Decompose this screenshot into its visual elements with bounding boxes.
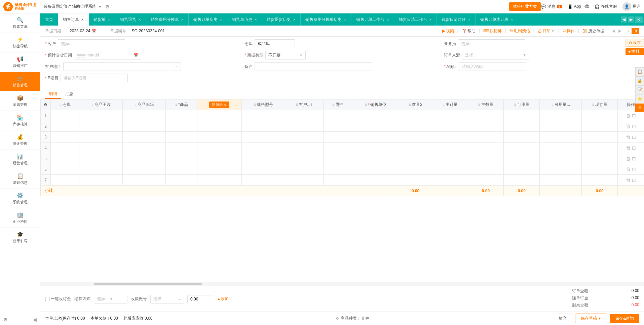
info-icon-debt[interactable]: ℹ [108, 317, 109, 320]
settings-icon[interactable]: ⚙ [105, 4, 110, 9]
row-delete-btn-5[interactable]: 🗑 [626, 156, 631, 161]
sidebar-item-quick[interactable]: ⚡ 快捷导航 [0, 33, 40, 52]
sidebar-item-search[interactable]: 🔍 搜索菜单 [0, 13, 40, 33]
tab-sales-expense-split[interactable]: 销售费用分摊单 ✕ [146, 13, 189, 26]
online-service-btn[interactable]: 🎧 在线客服 [595, 4, 617, 9]
product-icon[interactable]: ⊙ [336, 316, 339, 321]
row-copy-btn-6[interactable]: ⊡ [632, 167, 636, 172]
sidebar-item-base[interactable]: 📋 基础信息 [0, 169, 40, 189]
industry-btn[interactable]: 体验行业方案 [509, 2, 541, 11]
tab-sales-expense-history-close[interactable]: ✕ [344, 18, 346, 22]
project-b-input[interactable]: 请输入B项目 [61, 74, 128, 82]
tab-cash-daily-reconcile-close[interactable]: ✕ [468, 18, 470, 22]
payment-method-select[interactable]: 选择... ▼ [94, 295, 127, 303]
form-view-btn[interactable]: ⊞ [632, 28, 639, 34]
list-view-btn[interactable]: ≡ [625, 28, 632, 34]
row-code-1[interactable] [122, 110, 166, 121]
warehouse-more-icon[interactable]: ··· [289, 42, 292, 46]
help-btn[interactable]: ❓ 帮助 [462, 28, 476, 34]
date-value-text[interactable]: 2023-03-24 [70, 29, 90, 33]
add-payment-btn[interactable]: ● 添加 [218, 296, 229, 302]
warehouse-input[interactable]: 成品库 ··· [255, 39, 295, 48]
save-new-btn[interactable]: 保存&新增 [610, 314, 639, 323]
tab-sales-expense-history[interactable]: 销售费用分摊单历史 ✕ [301, 13, 351, 26]
tab-cash-daily-workbench-close[interactable]: ✕ [429, 18, 432, 22]
order-source-input[interactable]: 选择... ▼ [462, 51, 529, 59]
discard-btn[interactable]: 放弃 [553, 314, 572, 323]
tab-sales-return[interactable]: 销货退货 ✕ [115, 13, 146, 26]
sidebar-item-newbie[interactable]: 🎓 新手引导 [0, 228, 40, 247]
scan-input-btn[interactable]: 扫码录入 [209, 101, 229, 108]
tab-sales-return-history-close[interactable]: ✕ [293, 18, 296, 22]
sidebar-gear-icon[interactable]: ⚙ [3, 317, 8, 322]
col-settings-icon[interactable]: ⚙ [44, 103, 47, 107]
user-btn[interactable]: 👤 用户 [622, 2, 641, 11]
profit-btn[interactable]: % 毛利预估 [509, 28, 530, 34]
project-a-input[interactable]: 请输入A项目 [459, 62, 526, 71]
hscroll-bar[interactable] [40, 282, 644, 286]
sidebar-item-sales[interactable]: 🛒 销售管理 [0, 72, 40, 91]
tabs-close-all-btn[interactable]: ✕ [635, 16, 643, 23]
account-more-icon[interactable]: ··· [178, 297, 181, 301]
tab-sales-order[interactable]: 销售订单 ✕ [58, 13, 89, 26]
right-panel-btn-5[interactable]: 🖥 [635, 104, 644, 112]
row-delete-btn-7[interactable]: 🗑 [626, 177, 631, 183]
payment-amount-input[interactable] [187, 295, 214, 303]
sidebar-collapse-icon[interactable]: ◀ [33, 317, 37, 322]
sidebar-item-marketing[interactable]: 📢 营销推广 [0, 52, 40, 72]
tabs-next-btn[interactable]: ▶ [628, 16, 634, 23]
operation-btn[interactable]: ⚙ 操作 [562, 28, 575, 34]
view-btn[interactable]: ▶ 视频 [442, 28, 454, 34]
tab-sales-order-stats[interactable]: 销售订单统计表 ✕ [476, 13, 518, 26]
save-draft-dropdown[interactable]: ▼ [598, 317, 601, 320]
print-dropdown-icon[interactable]: ▼ [551, 29, 555, 33]
calendar-icon[interactable]: 📅 [91, 29, 96, 33]
delivery-date-input[interactable]: yyyy-mm-dd 📅 [74, 51, 141, 59]
sidebar-item-system[interactable]: ⚙️ 系统管理 [0, 189, 40, 208]
message-btn[interactable]: 💬 消息 9 [541, 4, 562, 9]
system-title-dropdown-icon[interactable]: ▼ [98, 5, 102, 9]
right-panel-btn-4[interactable]: ⭐ [635, 94, 644, 103]
tab-sales-order-stats-close[interactable]: ✕ [510, 18, 513, 22]
row-warehouse-2[interactable] [51, 121, 79, 132]
row-copy-btn-2[interactable]: ⊡ [632, 124, 636, 129]
row-name-1[interactable] [166, 110, 197, 121]
info-icon[interactable]: ℹ [311, 103, 312, 107]
th-settings[interactable]: ⚙ [41, 99, 51, 110]
row-available2-1[interactable] [540, 110, 582, 121]
calendar-icon-small[interactable]: 📅 [134, 53, 138, 57]
row-main-qty-1[interactable] [468, 110, 504, 121]
tab-sales-return-history[interactable]: 销货退货历史 ✕ [262, 13, 301, 26]
address-more-icon[interactable]: ··· [175, 65, 178, 69]
right-panel-btn-1[interactable]: 📋 [635, 67, 644, 76]
right-panel-btn-2[interactable]: 🔒 [635, 76, 644, 85]
row-copy-btn-3[interactable]: ⊡ [632, 134, 636, 140]
tab-sales-bill-close[interactable]: ✕ [108, 18, 110, 22]
row-sales-unit-1[interactable] [352, 110, 399, 121]
customer-more-icon[interactable]: ··· [119, 42, 122, 46]
print-btn[interactable]: 🖨 打印 ▼ [538, 28, 555, 34]
next-record-btn[interactable]: ▶ [618, 29, 621, 33]
tab-sales-order-history-close[interactable]: ✕ [220, 18, 222, 22]
row-scan-1[interactable] [197, 110, 241, 121]
row-delete-btn-2[interactable]: 🗑 [626, 124, 631, 129]
row-delete-btn-3[interactable]: 🗑 [626, 134, 631, 140]
row-copy-btn-4[interactable]: ⊡ [632, 145, 636, 151]
row-stock-1[interactable] [582, 110, 618, 121]
save-draft-btn[interactable]: 保存草稿 ▼ [575, 314, 607, 323]
row-img-1[interactable] [79, 110, 123, 121]
shortcut-btn[interactable]: ⌨ 快捷键 [483, 28, 502, 34]
tab-sales-order-workbench-close[interactable]: ✕ [386, 18, 389, 22]
account-select[interactable]: 选择... ··· [150, 295, 184, 303]
customer-input[interactable]: 选择... ··· [58, 39, 125, 48]
row-available-1[interactable] [504, 110, 540, 121]
tab-sales-bill-history[interactable]: 销货单历史 ✕ [227, 13, 262, 26]
customer-address-input[interactable]: ··· [63, 62, 181, 71]
salesperson-more-icon[interactable]: ··· [519, 42, 522, 46]
tabs-prev-btn[interactable]: ◀ [621, 16, 627, 23]
settings-panel-btn[interactable]: ⚙ 设置 [626, 39, 644, 47]
row-warehouse-1[interactable] [51, 110, 79, 121]
tab-sales-bill-history-close[interactable]: ✕ [254, 18, 257, 22]
tab-detail[interactable]: 明细 [45, 90, 61, 99]
sidebar-item-enterprise[interactable]: 🏢 企业协同 [0, 208, 40, 228]
